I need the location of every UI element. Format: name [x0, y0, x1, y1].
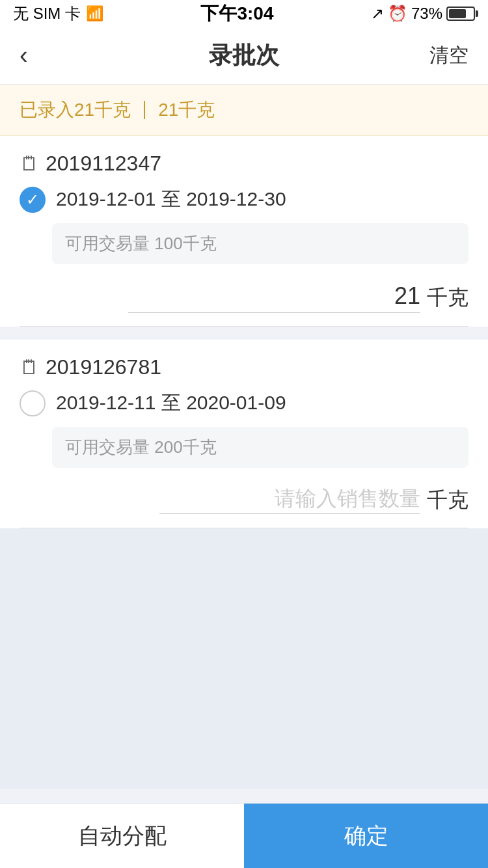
batch-2-amount-input[interactable]: [159, 487, 420, 511]
status-right: ↗ ⏰ 73%: [371, 5, 475, 23]
summary-value: 21千克: [158, 98, 215, 122]
location-icon: ↗: [371, 5, 384, 23]
batch-2-date: 2019-12-11 至 2020-01-09: [56, 390, 286, 416]
batch-1-doc-icon: 🗒: [20, 153, 39, 175]
batch-2-header: 🗒 2019126781: [0, 340, 488, 385]
batch-2-available: 可用交易量 200千克: [52, 427, 468, 468]
batch-1-amount-underline: [128, 282, 420, 313]
page-title: 录批次: [209, 40, 279, 72]
section-divider-1: [0, 327, 488, 340]
battery-icon: [446, 7, 475, 21]
batch-1-amount-row: 千克: [0, 269, 488, 326]
batch-2-amount-underline: [159, 487, 420, 514]
batch-2-unit: 千克: [427, 486, 468, 515]
batch-1-date: 2019-12-01 至 2019-12-30: [56, 186, 286, 213]
summary-label: 已录入21千克: [20, 98, 131, 122]
batch-2-radio[interactable]: [20, 390, 46, 416]
batch-1-header: 🗒 2019112347: [0, 136, 488, 181]
sim-label: 无 SIM 卡: [13, 3, 81, 24]
battery-percent: 73%: [411, 5, 442, 23]
summary-bar: 已录入21千克 21千克: [0, 85, 488, 136]
batch-card-1: 🗒 2019112347 ✓ 2019-12-01 至 2019-12-30 可…: [0, 136, 488, 327]
wifi-icon: 📶: [86, 5, 103, 22]
batch-1-number: 2019112347: [46, 152, 161, 176]
batch-2-amount-row: 千克: [0, 473, 488, 528]
batch-2-row[interactable]: 2019-12-11 至 2020-01-09: [0, 385, 488, 422]
alarm-icon: ⏰: [388, 5, 407, 23]
status-left: 无 SIM 卡 📶: [13, 3, 103, 24]
confirm-button[interactable]: 确定: [244, 804, 488, 868]
status-time: 下午3:04: [200, 1, 273, 26]
batch-1-row[interactable]: ✓ 2019-12-01 至 2019-12-30: [0, 181, 488, 218]
empty-area: [0, 528, 488, 789]
batch-1-available: 可用交易量 100千克: [52, 223, 468, 264]
auto-distribute-button[interactable]: 自动分配: [0, 804, 244, 868]
status-bar: 无 SIM 卡 📶 下午3:04 ↗ ⏰ 73%: [0, 0, 488, 27]
bottom-bar: 自动分配 确定: [0, 803, 488, 868]
back-button[interactable]: ‹: [20, 42, 59, 70]
checkmark-icon: ✓: [26, 192, 39, 208]
batch-card-2: 🗒 2019126781 2019-12-11 至 2020-01-09 可用交…: [0, 340, 488, 528]
batch-2-doc-icon: 🗒: [20, 357, 39, 379]
clear-button[interactable]: 清空: [429, 42, 468, 69]
battery-fill: [449, 9, 466, 18]
summary-divider: [144, 101, 145, 119]
nav-bar: ‹ 录批次 清空: [0, 27, 488, 85]
batch-1-radio[interactable]: ✓: [20, 187, 46, 213]
batch-2-number: 2019126781: [46, 355, 161, 379]
batch-1-amount-input[interactable]: [128, 282, 420, 310]
batch-1-unit: 千克: [427, 284, 468, 312]
